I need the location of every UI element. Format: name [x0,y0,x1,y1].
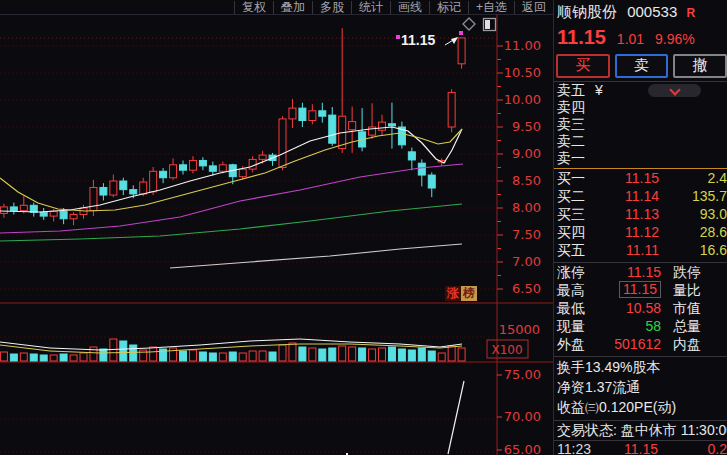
bid-volume: 135.7万 [692,187,727,205]
badge-char: 涨 [445,286,461,301]
stat-label: 最低 [557,300,585,316]
ask-label: 卖四 [557,99,585,115]
bid-label: 买二 [557,188,585,204]
stat-label-2: 流通 [612,379,640,395]
stat-label: 外盘 [557,336,585,352]
ask-row-1[interactable]: 卖一 [554,150,727,167]
order-buttons: 买 卖 撤 [554,54,727,78]
stat-label: 涨停 [557,264,585,280]
stat-low: 最低10.58市值 [554,299,727,317]
price-change-pct: 9.96% [655,31,695,47]
bid-label: 买五 [557,242,585,258]
bid-row-1[interactable]: 买一11.152.4万 [554,169,727,187]
tick-volume: 0.2万 [708,441,727,455]
ask-row-2[interactable]: 卖二 [554,133,727,150]
stat-label-2: 量比 [673,281,701,299]
price-change: 1.01 [617,31,644,47]
stat-label: 收益㈢ [557,399,599,415]
stat-value: 0.120 [599,399,634,415]
ask-row-5[interactable]: 卖五¥ [554,82,727,99]
svg-text:10.50: 10.50 [504,65,541,80]
stat-label-2: PE(动) [634,399,676,415]
svg-text:9.00: 9.00 [512,146,541,161]
stat-label: 最高 [557,282,585,298]
stat-value: 11.15 [627,263,661,281]
stat-label-2: 内盘 [673,335,701,353]
tick-row[interactable]: 11:23 11.15 0.2万 [554,441,727,455]
bid-price: 11.13 [625,205,659,223]
stat-current-vol: 现量58总量 [554,317,727,335]
svg-text:8.00: 8.00 [512,200,541,215]
bid-row-2[interactable]: 买二11.14135.7万 [554,187,727,205]
volume-pane: 15000X100 [0,322,540,361]
panel-layout-icon[interactable] [481,16,497,32]
stat-label-2: 总量 [673,317,701,335]
margin-r-tag: R [686,6,695,20]
stat-value: 13.49% [585,359,632,375]
bid-row-4[interactable]: 买四11.1228.6万 [554,223,727,241]
ask-label: 卖五 [557,82,585,98]
stat-label: 现量 [557,318,585,334]
stat-high: 最高11.15量比 [554,281,727,299]
stat-label: 换手 [557,359,585,375]
tick-price: 11.15 [624,441,658,455]
stat-value: 58 [645,317,661,335]
bid-label: 买三 [557,206,585,222]
svg-text:15000: 15000 [499,322,540,337]
stat-value: 10.58 [626,299,661,317]
bid-label: 买一 [557,170,585,186]
stock-code: 000533 [627,3,677,20]
stat-net-assets: 净资1.37流通 [554,377,727,397]
ask-label: 卖一 [557,150,585,166]
badge-char: 榜 [461,286,477,301]
bid-row-5[interactable]: 买五11.1116.6万 [554,241,727,259]
svg-text:6.50: 6.50 [512,281,541,296]
bid-volume: 2.4万 [708,169,727,187]
stat-label-2: 跌停 [673,263,701,281]
stat-label-2: 股本 [632,359,660,375]
y-axis: 11.0010.5010.009.509.008.508.007.507.006… [0,38,541,296]
stat-value: 501612 [614,335,661,353]
buy-button[interactable]: 买 [556,54,610,78]
stat-label-2: 市值 [673,299,701,317]
kline-chart: 11.0010.5010.009.509.008.508.007.507.006… [0,0,553,455]
svg-text:65.00: 65.00 [504,442,541,455]
bid-price: 11.14 [625,187,659,205]
stock-trading-app: 复权 叠加 多股 统计 画线 标记 +自选 返回 11.0010.5010.00… [0,0,727,455]
stat-turnover: 换手13.49%股本 [554,357,727,377]
bid-price: 11.11 [626,241,659,259]
svg-text:11.00: 11.00 [504,38,541,53]
bid-volume: 93.0万 [700,205,727,223]
svg-text:7.50: 7.50 [512,227,541,242]
svg-text:9.50: 9.50 [512,119,541,134]
stock-name: 顺钠股份 [557,3,617,20]
stat-outer-vol: 外盘501612内盘 [554,335,727,353]
svg-text:X100: X100 [491,343,522,357]
bid-row-3[interactable]: 买三11.1393.0万 [554,205,727,223]
ma-lines [0,127,463,268]
cancel-button[interactable]: 撤 [673,54,727,78]
quote-panel: 顺钠股份 000533 R 11.15 1.01 9.96% 买 卖 撤 卖五¥… [553,0,727,455]
stat-value-boxed[interactable]: 11.15 [619,281,661,298]
bid-volume: 16.6万 [700,241,727,259]
bid-price: 11.12 [625,223,659,241]
ask-row-3[interactable]: 卖三 [554,116,727,133]
levels-collapse-dropdown[interactable] [648,84,701,97]
ask-label: 卖二 [557,133,585,149]
price-row: 11.15 1.01 9.96% [554,24,727,50]
bid-label: 买四 [557,224,585,240]
last-price: 11.15 [557,26,606,48]
price-annotation: 11.15 [401,32,447,48]
sell-button[interactable]: 卖 [615,54,669,78]
stat-value: 1.37 [585,379,612,395]
ask-row-4[interactable]: 卖四 [554,99,727,116]
limit-up-rank-badge[interactable]: 涨 榜 [445,286,477,301]
currency-symbol: ¥ [595,82,603,98]
diamond-marker-icon[interactable] [461,16,477,32]
marker-square [396,35,400,39]
stat-earnings: 收益㈢0.120PE(动) [554,397,727,417]
stat-label: 净资 [557,379,585,395]
svg-text:8.50: 8.50 [512,173,541,188]
svg-text:10.00: 10.00 [504,92,541,107]
tick-time: 11:23 [557,441,591,455]
